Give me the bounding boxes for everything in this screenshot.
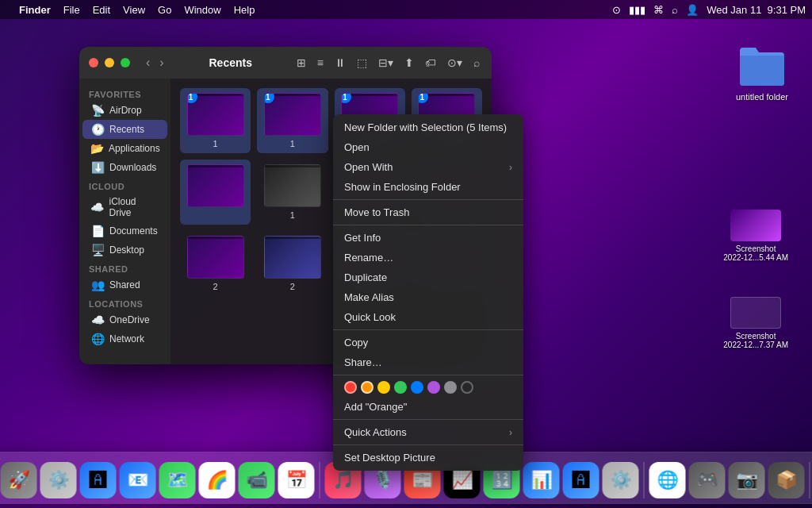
dock-item-keynote[interactable]: 📊 [523, 462, 560, 498]
tag-dot-yellow[interactable] [377, 381, 390, 394]
dock-item-launchpad[interactable]: 🚀 [1, 462, 37, 498]
context-move-trash[interactable]: Move to Trash [333, 202, 523, 222]
context-make-alias[interactable]: Make Alias [333, 287, 523, 307]
tag-dot-none[interactable] [461, 381, 473, 394]
context-duplicate[interactable]: Duplicate [333, 267, 523, 287]
search-button[interactable]: ⌕ [471, 54, 482, 71]
file-item[interactable]: 1 1 [257, 88, 327, 153]
sidebar-item-recents[interactable]: 🕐 Recents [82, 120, 167, 139]
context-rename[interactable]: Rename… [333, 248, 523, 267]
context-set-desktop[interactable]: Set Desktop Picture [333, 448, 523, 468]
desktop: untitled folder Screenshot2022-12...5.44… [0, 19, 812, 444]
desktop-screenshot2[interactable]: Screenshot2022-12...7.37 AM [723, 297, 788, 349]
tag-dot-blue[interactable] [411, 381, 423, 394]
desktop-folder-untitled[interactable]: untitled folder [736, 43, 788, 102]
gallery-view-button[interactable]: ⬚ [354, 54, 370, 71]
sidebar-item-shared[interactable]: 👥 Shared [82, 275, 167, 294]
back-button[interactable]: ‹ [143, 54, 153, 71]
sidebar-item-desktop[interactable]: 🖥️ Desktop [82, 241, 167, 260]
dock-item-sysprefs[interactable]: ⚙️ [40, 462, 77, 498]
icon-view-button[interactable]: ⊞ [294, 54, 308, 71]
dock-item-sysprefs2[interactable]: ⚙️ [603, 462, 639, 498]
facetime-dock-icon: 📹 [239, 462, 275, 498]
recents-icon: 🕐 [90, 123, 105, 136]
context-get-info[interactable]: Get Info [333, 228, 523, 248]
chrome-dock-icon: 🌐 [649, 462, 686, 498]
user-icon[interactable]: 👤 [686, 4, 699, 16]
app-name[interactable]: Finder [19, 4, 51, 16]
minimize-button[interactable] [105, 58, 114, 67]
menu-edit[interactable]: Edit [93, 4, 110, 16]
list-view-button[interactable]: ≡ [315, 54, 326, 71]
context-quick-actions[interactable]: Quick Actions › [333, 422, 523, 442]
battery-icon[interactable]: ▮▮▮ [629, 4, 645, 16]
file-item[interactable]: 2 [180, 231, 251, 296]
context-copy[interactable]: Copy [333, 333, 523, 352]
screenshot1-img [730, 210, 781, 241]
context-show-enclosing[interactable]: Show in Enclosing Folder [333, 177, 523, 197]
sidebar-applications-label: Applications [109, 143, 160, 154]
file-item[interactable] [180, 160, 251, 225]
tag-button[interactable]: 🏷 [423, 54, 439, 71]
file-item[interactable]: 1 1 [180, 88, 251, 153]
menu-help[interactable]: Help [234, 4, 255, 16]
context-separator [333, 375, 523, 375]
dock-item-maps[interactable]: 🗺️ [159, 462, 196, 498]
sidebar-item-network[interactable]: 🌐 Network [82, 329, 167, 348]
column-view-button[interactable]: ⏸ [332, 54, 348, 71]
context-add-tag[interactable]: Add "Orange" [333, 397, 523, 417]
sidebar-item-applications[interactable]: 📂 Applications [82, 139, 167, 158]
dock-item-appstore[interactable]: 🅰 [80, 462, 117, 498]
sidebar-item-downloads[interactable]: ⬇️ Downloads [82, 158, 167, 177]
sidebar-icloud-drive-label: iCloud Drive [109, 196, 159, 218]
context-new-folder[interactable]: New Folder with Selection (5 Items) [333, 117, 523, 137]
dock-item-mail[interactable]: 📧 [120, 462, 156, 498]
menu-file[interactable]: File [63, 4, 80, 16]
mail-dock-icon: 📧 [120, 462, 156, 498]
wifi-icon[interactable]: ⌘ [653, 4, 664, 16]
sidebar-item-airdrop[interactable]: 📡 AirDrop [82, 101, 167, 120]
context-share[interactable]: Share… [333, 352, 523, 372]
file-label: 2 [213, 282, 218, 291]
search-menubar-icon[interactable]: ⌕ [672, 4, 678, 16]
dock-item-appstore2[interactable]: 🅰 [563, 462, 599, 498]
close-button[interactable] [89, 58, 98, 67]
folder-icon [737, 43, 787, 89]
dock-item-screen[interactable]: 📷 [729, 462, 765, 498]
menu-window[interactable]: Window [184, 4, 220, 16]
dock-item-facetime[interactable]: 📹 [239, 462, 275, 498]
context-quick-look[interactable]: Quick Look [333, 307, 523, 327]
file-item[interactable]: 2 [257, 231, 327, 296]
sidebar-item-onedrive[interactable]: ☁️ OneDrive [82, 310, 167, 329]
menu-go[interactable]: Go [158, 4, 171, 16]
file-item[interactable]: 1 [257, 160, 327, 225]
screenshot2-label: Screenshot2022-12...7.37 AM [723, 332, 788, 349]
tag-dot-purple[interactable] [427, 381, 440, 394]
dock-item-chrome[interactable]: 🌐 [649, 462, 686, 498]
menubar-right: ⊙ ▮▮▮ ⌘ ⌕ 👤 Wed Jan 11 9:31 PM [612, 4, 806, 16]
group-by-button[interactable]: ⊟▾ [376, 54, 396, 71]
forward-button[interactable]: › [156, 54, 167, 71]
control-center-icon[interactable]: ⊙ [612, 4, 621, 16]
sidebar-desktop-label: Desktop [109, 244, 144, 256]
context-open-with[interactable]: Open With › [333, 157, 523, 177]
dock-item-steam[interactable]: 🎮 [689, 462, 726, 498]
dock-item-photos[interactable]: 🌈 [199, 462, 236, 498]
sidebar-item-icloud-drive[interactable]: ☁️ iCloud Drive [82, 193, 167, 221]
tag-dot-red[interactable] [344, 381, 357, 394]
dock-item-calendar[interactable]: 📅 [278, 462, 315, 498]
tag-dot-green[interactable] [394, 381, 407, 394]
tag-dot-orange[interactable] [361, 381, 373, 394]
menu-view[interactable]: View [123, 4, 145, 16]
fullscreen-button[interactable] [121, 58, 130, 67]
sidebar: Favorites 📡 AirDrop 🕐 Recents 📂 Applicat… [79, 79, 170, 364]
nav-buttons: ‹ › [143, 54, 167, 71]
finder-titlebar: ‹ › Recents ⊞ ≡ ⏸ ⬚ ⊟▾ ⬆ 🏷 ⊙▾ ⌕ [79, 47, 492, 79]
dock-item-more[interactable]: 📦 [768, 462, 805, 498]
desktop-screenshot1[interactable]: Screenshot2022-12...5.44 AM [723, 210, 788, 262]
more-button[interactable]: ⊙▾ [445, 54, 465, 71]
share-button[interactable]: ⬆ [402, 54, 416, 71]
sidebar-item-documents[interactable]: 📄 Documents [82, 221, 167, 241]
tag-dot-gray[interactable] [444, 381, 457, 394]
context-open[interactable]: Open [333, 137, 523, 157]
